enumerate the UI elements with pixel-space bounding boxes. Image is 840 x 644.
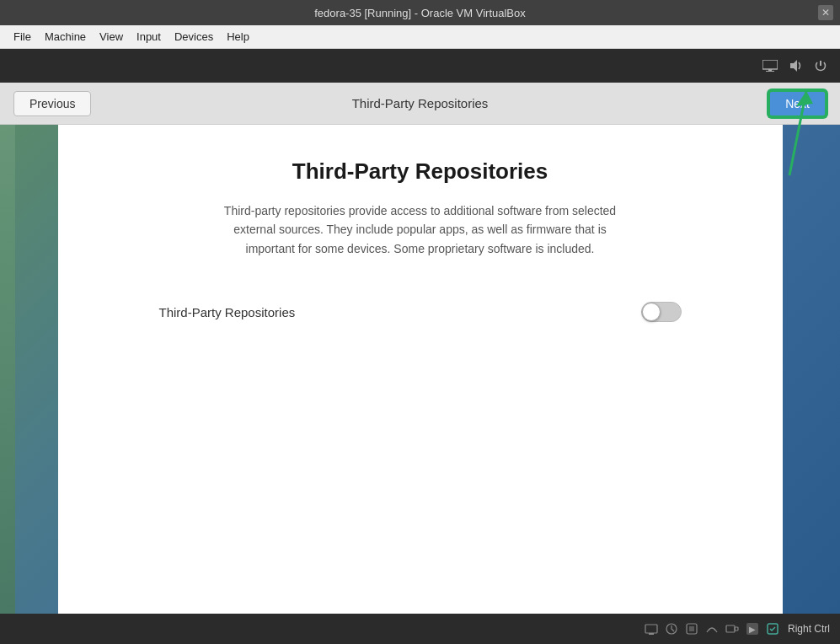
toggle-label: Third-Party Repositories: [159, 305, 296, 319]
svg-rect-10: [735, 627, 738, 631]
close-button[interactable]: ✕: [818, 5, 833, 20]
next-button[interactable]: Next: [768, 90, 827, 117]
taskbar: ▶ Right Ctrl: [0, 614, 840, 644]
svg-rect-0: [762, 60, 778, 69]
menu-view[interactable]: View: [93, 29, 130, 45]
menu-file[interactable]: File: [7, 29, 38, 45]
svg-rect-9: [726, 625, 735, 632]
toggle-knob: [642, 303, 661, 321]
tray-icon-1: [643, 620, 660, 637]
tray-icon-6: ▶: [744, 620, 761, 637]
menu-bar: File Machine View Input Devices Help: [0, 25, 840, 49]
svg-rect-5: [649, 633, 654, 635]
main-area: Third-Party Repositories Third-party rep…: [0, 125, 840, 614]
tray-icon-4: [704, 620, 720, 637]
previous-button[interactable]: Previous: [13, 91, 91, 116]
window-title: fedora-35 [Running] - Oracle VM VirtualB…: [314, 7, 526, 19]
svg-text:▶: ▶: [749, 625, 756, 634]
content-card: Third-Party Repositories Third-party rep…: [58, 125, 783, 614]
vm-content: Previous Third-Party Repositories Next T…: [0, 83, 840, 614]
tray-icon-3: [683, 620, 700, 637]
third-party-toggle[interactable]: [641, 302, 682, 322]
nav-title: Third-Party Repositories: [352, 96, 489, 110]
menu-input[interactable]: Input: [130, 29, 168, 45]
tray-icon-5: [724, 620, 741, 637]
audio-icon[interactable]: [786, 56, 805, 75]
nav-bar: Previous Third-Party Repositories Next: [0, 83, 840, 125]
right-ctrl-label: Right Ctrl: [788, 623, 830, 635]
tray-icon-2: [663, 620, 680, 637]
menu-devices[interactable]: Devices: [168, 29, 220, 45]
svg-marker-3: [790, 60, 797, 72]
svg-rect-8: [689, 626, 694, 631]
power-icon[interactable]: [811, 56, 830, 75]
svg-rect-1: [768, 69, 772, 71]
tray-icon-7: [764, 620, 781, 637]
toolbar: [0, 49, 840, 83]
svg-rect-4: [645, 625, 657, 633]
svg-rect-2: [766, 71, 774, 72]
title-bar: fedora-35 [Running] - Oracle VM VirtualB…: [0, 0, 840, 25]
network-icon[interactable]: [761, 56, 779, 75]
content-heading: Third-Party Repositories: [109, 158, 732, 185]
toggle-row: Third-Party Repositories: [109, 292, 732, 332]
content-description: Third-party repositories provide access …: [218, 201, 623, 258]
menu-machine[interactable]: Machine: [38, 29, 93, 45]
menu-help[interactable]: Help: [220, 29, 256, 45]
